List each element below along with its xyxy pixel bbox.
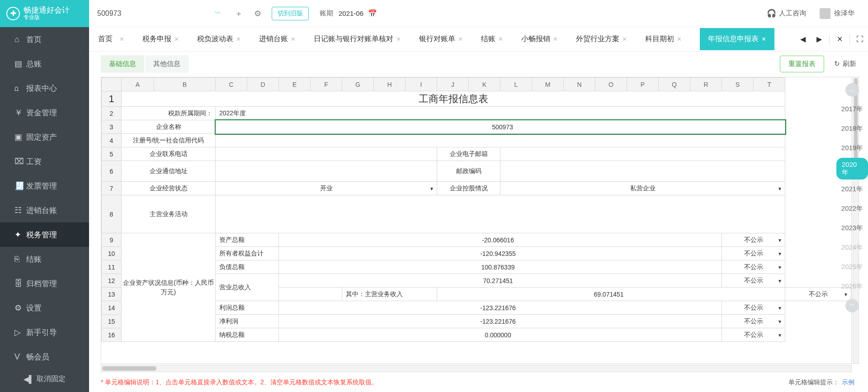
- tabs-close-button[interactable]: ✕: [831, 33, 848, 46]
- col-header[interactable]: O: [595, 78, 627, 91]
- unpin-button[interactable]: ◀▌ 取消固定: [0, 374, 89, 384]
- col-header[interactable]: J: [437, 78, 469, 91]
- row-header[interactable]: 7: [102, 182, 122, 195]
- credit-code-cell[interactable]: [216, 134, 785, 147]
- year-down-button[interactable]: ﹀: [845, 299, 859, 312]
- switch-old-version-button[interactable]: 切到旧版: [272, 7, 309, 20]
- tab-close-icon[interactable]: ✕: [236, 36, 241, 43]
- tab-8[interactable]: 外贸行业方案✕: [576, 34, 627, 44]
- row-header[interactable]: 8: [102, 195, 122, 233]
- tab-close-icon[interactable]: ✕: [396, 36, 401, 43]
- company-selector[interactable]: 500973 ﹀: [89, 9, 229, 18]
- sidebar-item-11[interactable]: ⚙设置: [0, 296, 89, 320]
- tab-0[interactable]: 首页 ✕: [98, 34, 124, 44]
- row-header[interactable]: 1: [102, 91, 122, 107]
- value-cell[interactable]: 70.271451: [279, 274, 722, 288]
- tab-close-icon[interactable]: ✕: [458, 36, 463, 43]
- publicity-select[interactable]: 不公示▼: [722, 233, 785, 247]
- col-header[interactable]: M: [532, 78, 564, 91]
- user-menu[interactable]: 徐泽华: [820, 8, 854, 19]
- tab-close-icon[interactable]: ✕: [677, 36, 682, 43]
- tab-3[interactable]: 进销台账✕: [259, 34, 296, 44]
- row-header[interactable]: 2: [102, 107, 122, 120]
- email-cell[interactable]: [500, 147, 785, 161]
- tab-10[interactable]: 年报信息申报表✕: [700, 28, 774, 50]
- col-header[interactable]: T: [754, 78, 785, 91]
- sidebar-item-5[interactable]: ⌧工资: [0, 149, 89, 174]
- holding-type-select[interactable]: 私营企业▼: [500, 182, 785, 195]
- sidebar-item-3[interactable]: ￥资金管理: [0, 100, 89, 125]
- sidebar-item-7[interactable]: ☷进销台账: [0, 198, 89, 222]
- value-cell[interactable]: 69.071451: [437, 288, 785, 301]
- col-header[interactable]: G: [342, 78, 374, 91]
- year-2018年[interactable]: 2018年: [841, 119, 863, 138]
- tab-close-icon[interactable]: ✕: [174, 36, 179, 43]
- row-header[interactable]: 12: [102, 274, 122, 288]
- tab-close-icon[interactable]: ✕: [291, 36, 296, 43]
- row-header[interactable]: 13: [102, 288, 122, 301]
- phone-cell[interactable]: [216, 147, 437, 161]
- year-up-button[interactable]: ︿: [845, 83, 859, 97]
- col-header[interactable]: S: [722, 78, 754, 91]
- tab-close-icon[interactable]: ✕: [553, 36, 558, 43]
- row-header[interactable]: 9: [102, 233, 122, 247]
- year-2022年[interactable]: 2022年: [841, 199, 863, 218]
- col-header[interactable]: P: [627, 78, 659, 91]
- col-header[interactable]: F: [311, 78, 342, 91]
- year-2021年[interactable]: 2021年: [841, 179, 863, 199]
- row-header[interactable]: 14: [102, 301, 122, 315]
- col-header[interactable]: D: [247, 78, 279, 91]
- value-cell[interactable]: -20.066016: [279, 233, 722, 247]
- subtab-basic-info[interactable]: 基础信息: [101, 55, 144, 73]
- row-header[interactable]: 3: [102, 120, 122, 134]
- col-header[interactable]: E: [279, 78, 311, 91]
- sidebar-item-10[interactable]: 🗄归档管理: [0, 271, 89, 296]
- tabs-next-button[interactable]: ▶: [811, 33, 827, 46]
- tab-7[interactable]: 小畅报销✕: [521, 34, 558, 44]
- postcode-cell[interactable]: [500, 161, 785, 182]
- add-icon[interactable]: ＋: [233, 8, 245, 19]
- col-header[interactable]: K: [469, 78, 500, 91]
- value-cell[interactable]: 0.000000: [279, 328, 722, 342]
- gear-icon[interactable]: ⚙: [252, 9, 264, 19]
- tab-1[interactable]: 税务申报✕: [142, 34, 179, 44]
- col-header[interactable]: A: [122, 78, 154, 91]
- sidebar-item-9[interactable]: ⎘结账: [0, 247, 89, 271]
- row-header[interactable]: 16: [102, 328, 122, 342]
- tab-9[interactable]: 科目期初✕: [645, 34, 682, 44]
- sidebar-item-4[interactable]: ▣固定资产: [0, 125, 89, 149]
- value-cell[interactable]: -120.942355: [279, 247, 722, 260]
- sidebar-item-8[interactable]: ✦税务管理: [0, 222, 89, 247]
- tab-close-icon[interactable]: ✕: [119, 36, 124, 43]
- publicity-select[interactable]: 不公示▼: [722, 274, 785, 288]
- col-header[interactable]: B: [154, 78, 216, 91]
- fullscreen-icon[interactable]: ⛶: [852, 33, 868, 46]
- tax-period[interactable]: 2022年度: [216, 107, 785, 120]
- year-2020年[interactable]: 2020年: [836, 158, 868, 179]
- main-activity-cell[interactable]: [216, 195, 785, 233]
- row-header[interactable]: 10: [102, 247, 122, 260]
- business-status-select[interactable]: 开业▼: [216, 182, 437, 195]
- tab-close-icon[interactable]: ✕: [498, 36, 503, 43]
- year-2019年[interactable]: 2019年: [841, 138, 863, 158]
- publicity-select[interactable]: 不公示▼: [722, 301, 785, 315]
- row-header[interactable]: 4: [102, 134, 122, 147]
- value-cell[interactable]: 100.876339: [279, 260, 722, 274]
- tab-6[interactable]: 结账✕: [481, 34, 503, 44]
- col-header[interactable]: H: [374, 78, 406, 91]
- tabs-prev-button[interactable]: ◀: [795, 33, 811, 46]
- col-header[interactable]: N: [564, 78, 595, 91]
- company-name-cell[interactable]: 500973: [216, 120, 785, 134]
- calendar-icon[interactable]: 📅: [368, 9, 377, 18]
- period-value[interactable]: 2021-06: [339, 9, 363, 17]
- horizontal-scrollbar[interactable]: [101, 365, 852, 372]
- col-header[interactable]: Q: [659, 78, 690, 91]
- sidebar-item-0[interactable]: ⌂首页: [0, 27, 89, 52]
- year-2026年[interactable]: 2026年: [841, 277, 863, 296]
- tab-2[interactable]: 税负波动表✕: [197, 34, 241, 44]
- year-2017年[interactable]: 2017年: [841, 99, 863, 119]
- sidebar-item-2[interactable]: ⩍报表中心: [0, 76, 89, 100]
- col-header[interactable]: L: [500, 78, 532, 91]
- value-cell[interactable]: -123.221676: [279, 315, 722, 328]
- tab-5[interactable]: 银行对账单✕: [419, 34, 463, 44]
